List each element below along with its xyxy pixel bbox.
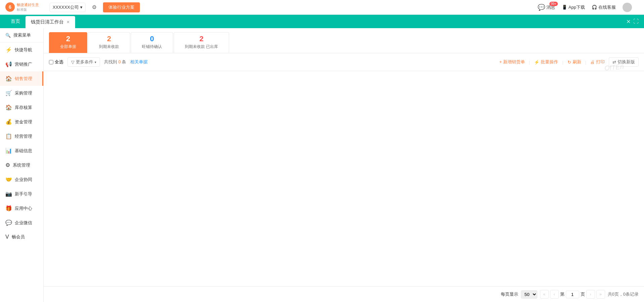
sidebar-item-operation-label: 经营管理: [15, 133, 32, 139]
print-button[interactable]: 🖨 打印: [590, 59, 605, 65]
sidebar-item-sales[interactable]: 🏠 销售管理: [0, 71, 43, 86]
settings-icon[interactable]: ⚙: [90, 3, 99, 12]
batch-icon: ⚡: [534, 60, 539, 65]
select-all-input[interactable]: [49, 60, 53, 64]
found-count: 0: [118, 59, 121, 64]
stat-tab-overdue-shipped[interactable]: 2 到期未收款 已出库: [174, 32, 229, 53]
print-icon: 🖨: [590, 60, 595, 65]
company-selector[interactable]: XXXXXX公司 ▾: [50, 3, 86, 12]
sidebar-item-purchase-label: 采购管理: [15, 90, 32, 96]
print-label: 打印: [596, 59, 605, 65]
company-name: XXXXXX公司: [53, 4, 79, 10]
sidebar-search-label: 搜索菜单: [13, 32, 31, 38]
last-page-button[interactable]: »: [596, 290, 605, 299]
tab-close-icon[interactable]: ✕: [66, 20, 70, 24]
stat-num-all: 2: [66, 35, 70, 43]
sidebar-item-operation[interactable]: 📋 经营管理: [0, 129, 43, 143]
pagination: 每页显示 50 « ‹ 第 页 › » 共0页，0条记录: [44, 286, 644, 302]
sidebar-item-quick-nav-label: 快捷导航: [15, 47, 32, 53]
sidebar-item-marketing[interactable]: 📢 营销推广: [0, 57, 43, 71]
logo-sub: 标准版: [17, 7, 39, 12]
sidebar-item-inventory[interactable]: 🏠 库存核算: [0, 100, 43, 115]
purchase-icon: 🛒: [5, 90, 12, 96]
found-text: 共找到 0 条: [104, 59, 126, 65]
sidebar-item-app-center[interactable]: 🎁 应用中心: [0, 201, 43, 216]
guide-icon: 📷: [5, 191, 12, 197]
tab-work-bench-label: 钱货日清工作台: [31, 19, 64, 25]
related-link[interactable]: 相关单据: [130, 59, 148, 65]
stat-label-overdue-shipped: 到期未收款 已出库: [185, 44, 218, 50]
sidebar-item-sales-label: 销售管理: [15, 76, 32, 82]
divider-3: |: [585, 60, 586, 65]
sidebar-item-member-label: 畅会员: [12, 234, 25, 240]
quick-nav-icon: ⚡: [5, 47, 12, 53]
message-area[interactable]: 💬 消息 99+: [538, 4, 555, 11]
stat-label-all: 全部单据: [60, 44, 76, 50]
logo-area: 6 畅捷通好生意 标准版: [5, 2, 46, 12]
finance-icon: 💰: [5, 119, 12, 125]
tab-bar: 首页 钱货日清工作台 ✕ ✕ ⛶: [0, 15, 644, 28]
sidebar-search[interactable]: 🔍 搜索菜单: [0, 28, 43, 43]
sidebar-item-quick-nav[interactable]: ⚡ 快捷导航: [0, 43, 43, 57]
top-bar-right: 💬 消息 99+ 📱 App下载 🎧 在线客服: [538, 3, 639, 12]
refresh-button[interactable]: ↻ 刷新: [568, 59, 581, 65]
tab-maximize-icon[interactable]: ⛶: [633, 18, 639, 25]
filter-button[interactable]: ▽ 更多条件 ▾: [67, 57, 100, 67]
sidebar-item-inventory-label: 库存核算: [15, 105, 32, 111]
marketing-icon: 📢: [5, 61, 12, 67]
filter-arrow-icon: ▾: [95, 60, 96, 64]
stat-tab-overdue[interactable]: 2 到期未收款: [88, 32, 130, 53]
tab-home-label: 首页: [11, 18, 20, 24]
sidebar-item-enterprise[interactable]: 🤝 企业协同: [0, 172, 43, 187]
phone-icon: 📱: [562, 5, 567, 10]
select-all-checkbox[interactable]: 全选: [49, 59, 63, 65]
headphone-icon: 🎧: [592, 5, 597, 10]
logo-text: 畅捷通好生意: [17, 2, 39, 7]
stat-tab-all[interactable]: 2 全部单据: [49, 32, 87, 53]
sidebar-item-finance[interactable]: 💰 资金管理: [0, 115, 43, 129]
batch-label: 批量操作: [541, 59, 558, 65]
sidebar-item-system[interactable]: ⚙ 系统管理: [0, 158, 43, 172]
first-page-button[interactable]: «: [540, 290, 549, 299]
add-sales-order-button[interactable]: + 新增销货单: [499, 59, 525, 65]
search-icon: 🔍: [5, 33, 11, 38]
app-download-label: App下载: [569, 4, 585, 10]
tab-work-bench[interactable]: 钱货日清工作台 ✕: [25, 16, 75, 28]
sidebar-item-basic-info[interactable]: 📊 基础信息: [0, 143, 43, 158]
refresh-icon: ↻: [568, 60, 571, 65]
empty-table-area: [44, 71, 644, 286]
system-icon: ⚙: [5, 162, 10, 168]
tab-home[interactable]: 首页: [5, 15, 25, 28]
page-label: 第: [560, 291, 565, 297]
toolbar-left: 全选 ▽ 更多条件 ▾ 共找到 0 条 相关单据: [49, 57, 495, 67]
sidebar-item-enterprise-label: 企业协同: [15, 177, 32, 183]
found-prefix: 共找到: [104, 59, 117, 64]
sidebar-item-guide[interactable]: 📷 新手引导: [0, 187, 43, 201]
page-label2: 页: [581, 291, 585, 297]
divider-1: |: [529, 60, 530, 65]
stat-num-wangpu: 0: [150, 35, 154, 43]
next-page-button[interactable]: ›: [586, 290, 595, 299]
batch-operation-button[interactable]: ⚡ 批量操作: [534, 59, 558, 65]
select-all-label: 全选: [55, 59, 63, 65]
page-number-input[interactable]: [566, 291, 579, 298]
message-badge: 99+: [549, 2, 558, 6]
per-page-select[interactable]: 50: [521, 290, 537, 299]
stat-tab-wangpu[interactable]: 0 旺铺待确认: [131, 32, 173, 53]
prev-page-button[interactable]: ‹: [550, 290, 559, 299]
user-avatar[interactable]: [623, 3, 632, 12]
app-download[interactable]: 📱 App下载: [562, 4, 585, 10]
trial-button[interactable]: 体验行业方案: [103, 2, 140, 12]
sidebar-item-system-label: 系统管理: [13, 162, 30, 168]
total-info: 共0页，0条记录: [608, 291, 639, 297]
wechat-icon: 💬: [5, 220, 12, 226]
sidebar-item-guide-label: 新手引导: [15, 191, 32, 197]
sidebar-item-wechat[interactable]: 💬 企业微信: [0, 216, 43, 230]
tab-close-all-icon[interactable]: ✕: [626, 18, 631, 25]
switch-version-button[interactable]: ⇄ 切换新版: [609, 57, 639, 67]
per-page-label: 每页显示: [501, 291, 518, 297]
sidebar-item-member[interactable]: V 畅会员: [0, 230, 43, 244]
online-service[interactable]: 🎧 在线客服: [592, 4, 616, 10]
switch-label: 切换新版: [618, 59, 635, 65]
sidebar-item-purchase[interactable]: 🛒 采购管理: [0, 86, 43, 100]
